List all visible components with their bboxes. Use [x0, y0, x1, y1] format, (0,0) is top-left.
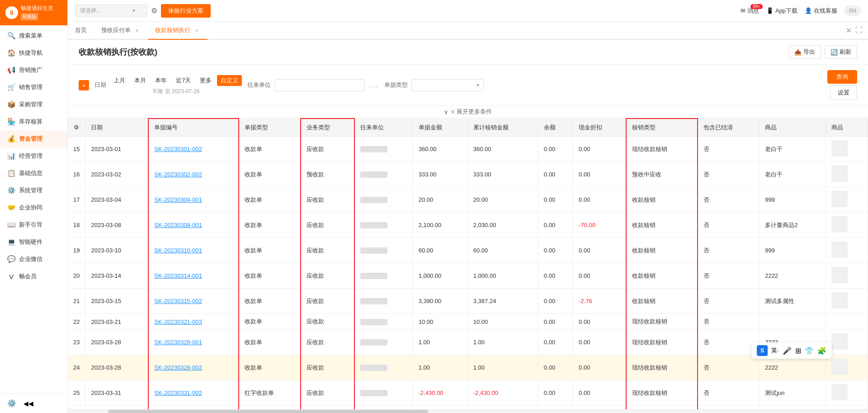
refresh-button[interactable]: 🔄 刷新 — [825, 45, 857, 59]
sidebar-item-ops[interactable]: 📊 经营管理 — [0, 147, 67, 165]
sidebar-item-guide[interactable]: 📖 新手引导 — [0, 216, 67, 233]
sidebar-item-finance[interactable]: 💰 资金管理 — [0, 130, 67, 147]
col-settings[interactable]: ⚙ — [68, 119, 85, 137]
row-date: 2023-03-01 — [85, 137, 148, 162]
settings-icon[interactable]: ⚙️ — [7, 399, 16, 408]
table-row[interactable]: 16 2023-03-02 SK-20230302-002 收款单 预收款 33… — [68, 162, 868, 187]
table-row[interactable]: 26 2023-04-03 SK-20230403-002 收款单 预收款 20… — [68, 406, 868, 410]
date-last-7days[interactable]: 近7天 — [172, 75, 194, 86]
settings-gear-icon[interactable]: ⚙ — [151, 6, 157, 15]
date-filter-group: 日期 上月 本月 本年 近7天 更多 自定义 不限 至 2023-07-26 — [94, 75, 242, 95]
sidebar-item-inventory[interactable]: 🏪 库存核算 — [0, 113, 67, 130]
sidebar-item-hardware[interactable]: 💻 智能硬件 — [0, 233, 67, 251]
date-more[interactable]: 更多 — [196, 75, 215, 86]
tab-close-icon[interactable]: ✕ — [846, 26, 852, 35]
sidebar-item-label: 搜索菜单 — [19, 32, 42, 40]
row-doc-no[interactable]: SK-20230328-001 — [148, 330, 238, 355]
tab-verify-label: 收款核销执行 — [155, 26, 190, 34]
sidebar-item-quick[interactable]: 🏠 快捷导航 — [0, 44, 67, 62]
table-row[interactable]: 21 2023-03-15 SK-20230315-002 收款单 应收款 3,… — [68, 289, 868, 314]
tab-verify[interactable]: 收款核销执行 × — [148, 22, 208, 40]
row-doc-no[interactable]: SK-20230308-001 — [148, 213, 238, 238]
table-row[interactable]: 19 2023-03-10 SK-20230310-001 收款单 应收款 60… — [68, 238, 868, 263]
filter-toggle-button[interactable]: » — [79, 80, 89, 90]
row-doc-no[interactable]: SK-20230315-002 — [148, 289, 238, 314]
row-doc-no[interactable]: SK-20230302-002 — [148, 162, 238, 187]
mic-icon[interactable]: 🎤 — [783, 347, 792, 355]
horizontal-scrollbar[interactable] — [68, 409, 868, 413]
row-no: 20 — [68, 263, 85, 289]
sidebar-item-marketing[interactable]: 📢 营销推广 — [0, 62, 67, 79]
sidebar-item-search[interactable]: 🔍 搜索菜单 — [0, 27, 67, 44]
row-doc-no[interactable]: SK-20230301-002 — [148, 137, 238, 162]
sidebar-item-wechat[interactable]: 💬 企业微信 — [0, 251, 67, 268]
company-selector[interactable]: 请选择... ▼ — [75, 5, 147, 17]
row-doc-type: 收款单 — [239, 289, 301, 314]
row-verified: 20.00 — [467, 187, 538, 213]
online-support-button[interactable]: 👤 在线客服 — [805, 7, 837, 15]
query-button[interactable]: 查询 — [827, 70, 857, 84]
settings-button[interactable]: 设置 — [830, 85, 857, 100]
date-custom[interactable]: 自定义 — [217, 75, 242, 86]
inventory-icon: 🏪 — [7, 118, 15, 126]
table-row[interactable]: 23 2023-03-28 SK-20230328-001 收款单 应收款 1.… — [68, 330, 868, 355]
shirt-icon[interactable]: 👕 — [805, 347, 814, 355]
sidebar-item-member[interactable]: V 畅会员 — [0, 268, 67, 285]
date-last-month[interactable]: 上月 — [110, 75, 129, 86]
expand-more-bar[interactable]: ∨ ∨ 展开更多条件 — [68, 106, 868, 118]
tab-expand-icon[interactable]: ⛶ — [855, 26, 863, 34]
row-no: 21 — [68, 289, 85, 314]
tab-verify-close[interactable]: × — [193, 27, 200, 34]
row-doc-no[interactable]: SK-20230304-001 — [148, 187, 238, 213]
date-this-year[interactable]: 本年 — [151, 75, 170, 86]
sidebar-item-purchase[interactable]: 📦 采购管理 — [0, 96, 67, 113]
vendor-search-dots[interactable]: ... — [368, 81, 378, 89]
row-vendor — [354, 162, 413, 187]
row-product-img — [826, 238, 868, 263]
date-this-month[interactable]: 本月 — [131, 75, 150, 86]
table-row[interactable]: 24 2023-03-28 SK-20230328-002 收款单 应收款 1.… — [68, 355, 868, 380]
vendor-input[interactable] — [274, 79, 365, 91]
table-row[interactable]: 20 2023-03-14 SK-20230314-001 收款单 应收款 1,… — [68, 263, 868, 289]
sidebar-item-company[interactable]: 🤝 企业协同 — [0, 199, 67, 216]
sidebar-item-basic[interactable]: 📋 基础信息 — [0, 165, 67, 182]
grid-icon[interactable]: ⊞ — [795, 347, 801, 355]
col-vendor: 往来单位 — [354, 119, 413, 137]
row-doc-no[interactable]: SK-20230310-001 — [148, 238, 238, 263]
tab-home[interactable]: 首页 — [68, 22, 94, 40]
app-download-button[interactable]: 📱 App下载 — [766, 7, 797, 15]
doc-type-select[interactable] — [411, 79, 484, 91]
row-doc-no[interactable]: SK-20230328-002 — [148, 355, 238, 380]
sales-icon: 🛒 — [7, 83, 15, 91]
row-no: 25 — [68, 380, 85, 406]
row-doc-no[interactable]: SK-20230321-003 — [148, 314, 238, 330]
collapse-icon[interactable]: ◀◀ — [24, 400, 33, 407]
row-include-settled: 否 — [698, 263, 760, 289]
support-icon: 👤 — [805, 7, 812, 14]
row-product-img — [826, 263, 868, 289]
row-doc-no[interactable]: SK-20230403-002 — [148, 406, 238, 410]
sidebar-item-system[interactable]: ⚙️ 系统管理 — [0, 182, 67, 199]
messages-button[interactable]: ✉ 消息 99+ — [741, 7, 759, 15]
row-date: 2023-03-21 — [85, 314, 148, 330]
table-row[interactable]: 15 2023-03-01 SK-20230301-002 收款单 应收款 36… — [68, 137, 868, 162]
table-row[interactable]: 22 2023-03-21 SK-20230321-003 收款单 应收款 10… — [68, 314, 868, 330]
export-button[interactable]: 📤 导出 — [788, 45, 821, 59]
solution-button[interactable]: 体验行业方案 — [161, 4, 211, 18]
row-doc-no[interactable]: SK-20230314-001 — [148, 263, 238, 289]
table-row[interactable]: 18 2023-03-08 SK-20230308-001 收款单 应收款 2,… — [68, 213, 868, 238]
row-product: 999 — [760, 238, 826, 263]
row-amount: 360.00 — [413, 137, 467, 162]
row-verify-type: 现结收款核销 — [626, 380, 698, 406]
table-row[interactable]: 25 2023-03-31 SK-20230331-002 红字收款单 应收款 … — [68, 380, 868, 406]
tab-prepay[interactable]: 预收应付单 × — [94, 22, 148, 40]
tab-prepay-close[interactable]: × — [133, 27, 141, 34]
row-doc-no[interactable]: SK-20230331-002 — [148, 380, 238, 406]
scrollbar-thumb[interactable] — [108, 410, 428, 413]
sidebar-item-sales[interactable]: 🛒 销售管理 — [0, 79, 67, 96]
col-include-settled: 包含已结清 — [698, 119, 760, 137]
table-row[interactable]: 17 2023-03-04 SK-20230304-001 收款单 应收款 20… — [68, 187, 868, 213]
puzzle-icon[interactable]: 🧩 — [817, 347, 826, 355]
topbar-left: 请选择... ▼ ⚙ 体验行业方案 — [75, 4, 735, 18]
user-avatar[interactable]: Rit — [844, 5, 861, 16]
